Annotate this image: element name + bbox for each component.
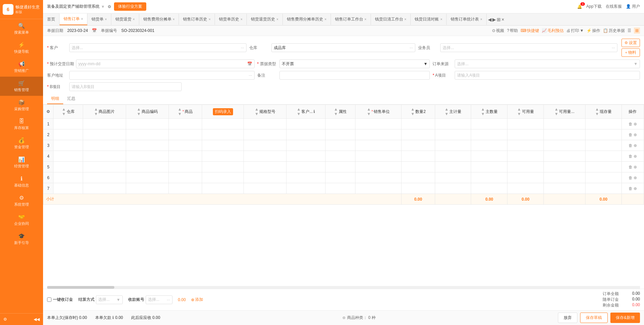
row-delete-1[interactable]: 🗑 — [629, 122, 633, 126]
tab-close-return-history[interactable]: × — [276, 17, 278, 21]
row-main-unit-4[interactable] — [435, 151, 471, 162]
product-types-icon[interactable]: ⊙ — [342, 315, 346, 320]
row-image-1[interactable] — [83, 119, 126, 129]
row-attr-4[interactable] — [326, 151, 355, 162]
tab-close-sales-order[interactable]: × — [81, 17, 83, 21]
row-code-5[interactable] — [126, 162, 168, 172]
sidebar-item-operations[interactable]: 📊 经营管理 — [0, 153, 43, 172]
row-copy-4[interactable]: ⊕ — [634, 154, 637, 159]
save-new-btn[interactable]: 保存&新增 — [610, 313, 640, 323]
tab-detail[interactable]: 明细 — [47, 94, 63, 104]
row-customer-code-6[interactable] — [287, 172, 326, 183]
tab-close-statistics[interactable]: × — [480, 17, 482, 21]
th-warehouse[interactable]: ▲▼ 仓库 — [53, 105, 83, 119]
row-product-3[interactable] — [168, 140, 202, 151]
sidebar-item-quick[interactable]: ⚡ 快捷导航 — [0, 38, 43, 57]
row-attr-5[interactable] — [326, 162, 355, 172]
row-current-6[interactable] — [585, 172, 621, 183]
row-unit-3[interactable] — [355, 140, 402, 151]
customer-address-input[interactable]: ··· — [69, 71, 255, 80]
row-spec-4[interactable] — [244, 151, 287, 162]
profit-btn[interactable]: 📈 毛利预估 — [542, 28, 564, 34]
row-qty2-5[interactable] — [402, 162, 435, 172]
row-attr-6[interactable] — [326, 172, 355, 183]
row-available-7[interactable] — [507, 183, 544, 194]
tab-prev-btn[interactable]: ◀ — [488, 17, 492, 22]
row-available2-7[interactable] — [544, 183, 585, 194]
print-btn[interactable]: 🖨 打印 ▼ — [566, 28, 584, 34]
order-source-input[interactable]: 选择... ▼ — [455, 59, 640, 68]
row-main-unit-6[interactable] — [435, 172, 471, 183]
row-available2-4[interactable] — [544, 151, 585, 162]
settings-icon[interactable]: ⚙ — [3, 317, 7, 322]
row-customer-code-5[interactable] — [287, 162, 326, 172]
row-code-1[interactable] — [126, 119, 168, 129]
row-product-6[interactable] — [168, 172, 202, 183]
user-avatar[interactable]: 👤 用户 — [626, 4, 640, 9]
row-unit-6[interactable] — [355, 172, 402, 183]
row-warehouse-4[interactable] — [53, 151, 83, 162]
video-btn[interactable]: ⊙ 视频 — [492, 28, 504, 34]
row-attr-7[interactable] — [326, 183, 355, 194]
row-delete-2[interactable]: 🗑 — [629, 132, 633, 137]
row-qty2-4[interactable] — [402, 151, 435, 162]
add-record-btn[interactable]: ⊕ 添加 — [191, 297, 203, 302]
sidebar-item-finance[interactable]: 💰 资金管理 — [0, 134, 43, 153]
row-current-7[interactable] — [585, 183, 621, 194]
row-delete-3[interactable]: 🗑 — [629, 143, 633, 148]
row-attr-3[interactable] — [326, 140, 355, 151]
row-current-1[interactable] — [585, 119, 621, 129]
tab-close-daily-work[interactable]: × — [405, 17, 407, 21]
delivery-date-input[interactable]: yyyy-mm-dd 📅 — [76, 59, 255, 68]
tab-statistics[interactable]: 销售订单统计表 × — [447, 14, 487, 25]
a-project-input[interactable]: 请输入A项目 — [455, 71, 640, 80]
row-main-qty-4[interactable] — [471, 151, 507, 162]
row-copy-7[interactable]: ⊕ — [634, 186, 637, 191]
row-available-2[interactable] — [507, 129, 544, 140]
tab-sales-slip[interactable]: 销货单 × — [87, 14, 111, 25]
row-code-4[interactable] — [126, 151, 168, 162]
th-code[interactable]: ▲▼ 商品编码 — [126, 105, 168, 119]
tab-close-expense[interactable]: × — [173, 17, 175, 21]
row-unit-7[interactable] — [355, 183, 402, 194]
row-qty2-1[interactable] — [402, 119, 435, 129]
row-warehouse-2[interactable] — [53, 129, 83, 140]
history-btn[interactable]: 📋 历史单据 — [603, 28, 625, 34]
row-current-5[interactable] — [585, 162, 621, 172]
row-image-7[interactable] — [83, 183, 126, 194]
salesperson-input[interactable]: 选择... ··· — [440, 43, 617, 52]
tab-close-expense-history[interactable]: × — [325, 17, 327, 21]
row-copy-3[interactable]: ⊕ — [634, 143, 637, 148]
row-main-unit-1[interactable] — [435, 119, 471, 129]
sidebar-item-sales[interactable]: 🛒 销售管理 — [0, 77, 43, 96]
row-warehouse-3[interactable] — [53, 140, 83, 151]
row-warehouse-1[interactable] — [53, 119, 83, 129]
row-main-unit-3[interactable] — [435, 140, 471, 151]
row-main-unit-2[interactable] — [435, 129, 471, 140]
calendar-icon[interactable]: 📅 — [92, 28, 97, 33]
row-available2-6[interactable] — [544, 172, 585, 183]
th-main-unit[interactable]: ▲▼ 主计量 — [435, 105, 471, 119]
row-image-3[interactable] — [83, 140, 126, 151]
topbar-settings-icon[interactable]: ⚙ — [108, 4, 111, 9]
row-warehouse-5[interactable] — [53, 162, 83, 172]
row-available-6[interactable] — [507, 172, 544, 183]
row-main-qty-2[interactable] — [471, 129, 507, 140]
tab-close-slip-history[interactable]: × — [240, 17, 242, 21]
row-customer-code-4[interactable] — [287, 151, 326, 162]
b-project-input[interactable]: 请输入B项目 — [69, 82, 182, 91]
sidebar-item-purchase[interactable]: 📦 采购管理 — [0, 96, 43, 115]
tab-order-history[interactable]: 销售订单历史 × — [179, 14, 215, 25]
notification-badge[interactable]: 🔔 9 — [577, 4, 582, 9]
row-code-6[interactable] — [126, 172, 168, 183]
row-main-qty-1[interactable] — [471, 119, 507, 129]
row-main-qty-5[interactable] — [471, 162, 507, 172]
row-available-5[interactable] — [507, 162, 544, 172]
row-unit-2[interactable] — [355, 129, 402, 140]
row-qty2-7[interactable] — [402, 183, 435, 194]
row-spec-5[interactable] — [244, 162, 287, 172]
row-available2-2[interactable] — [544, 129, 585, 140]
tab-return-history[interactable]: 销货退货历史 × — [247, 14, 283, 25]
tab-workbench[interactable]: 销售订单工作台 × — [331, 14, 371, 25]
tab-close-workbench[interactable]: × — [365, 17, 367, 21]
